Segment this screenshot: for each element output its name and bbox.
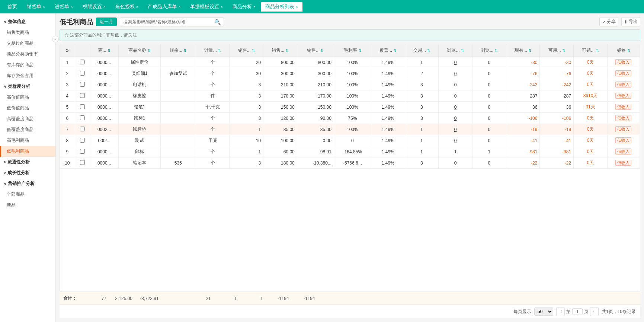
- close-tab-icon[interactable]: ×: [136, 5, 138, 9]
- header-actions: ↗ 分享 ⬆ 导出: [599, 17, 640, 26]
- share-button[interactable]: ↗ 分享: [599, 17, 618, 26]
- close-tab-icon[interactable]: ×: [43, 5, 45, 9]
- row-checkbox[interactable]: [80, 60, 85, 64]
- close-tab-icon[interactable]: ×: [296, 5, 298, 9]
- next-page-button[interactable]: 〉: [590, 307, 599, 316]
- col-header-sales_qty[interactable]: 销售... ⇅: [230, 44, 263, 57]
- row-checkbox[interactable]: [80, 127, 85, 131]
- col-header-coverage[interactable]: 覆盖... ⇅: [371, 44, 405, 57]
- period-button[interactable]: 近一月: [96, 17, 117, 26]
- views1-link[interactable]: 0: [454, 116, 457, 121]
- sidebar-section-3[interactable]: >成长性分析: [0, 168, 55, 178]
- page-title: 低毛利商品: [60, 17, 93, 26]
- export-button[interactable]: ⬆ 导出: [621, 17, 640, 26]
- sort-icon: ⇅: [183, 48, 186, 52]
- col-header-views2[interactable]: 浏览... ⇅: [472, 44, 506, 57]
- nav-item-进货单[interactable]: 进货单×: [50, 2, 77, 12]
- close-tab-icon[interactable]: ×: [253, 5, 256, 9]
- sidebar-item-低毛利商品[interactable]: 低毛利商品: [0, 146, 55, 157]
- row-checkbox[interactable]: [80, 82, 85, 87]
- views1-link[interactable]: 0: [454, 82, 457, 87]
- views1-link[interactable]: 0: [454, 127, 457, 132]
- sidebar-item-新品[interactable]: 新品: [0, 200, 55, 211]
- col-header-name[interactable]: 商品名称 ⇅: [119, 44, 160, 57]
- nav-item-商品分析[interactable]: 商品分析×: [228, 2, 260, 12]
- col-header-views1[interactable]: 浏览... ⇅: [439, 44, 472, 57]
- sidebar-item-销售类商品[interactable]: 销售类商品: [0, 27, 55, 38]
- prev-page-button[interactable]: 〈: [556, 307, 565, 316]
- sidebar-item-商品分类助销率[interactable]: 商品分类助销率: [0, 49, 55, 60]
- sidebar-item-高毛利商品[interactable]: 高毛利商品: [0, 135, 55, 146]
- sidebar-item-低覆盖度商品[interactable]: 低覆盖度商品: [0, 124, 55, 135]
- nav-item-角色授权[interactable]: 角色授权×: [111, 2, 143, 12]
- col-header-spec[interactable]: 规格... ⇅: [160, 44, 196, 57]
- views1-link[interactable]: 1: [454, 149, 457, 154]
- col-header-tag[interactable]: 标签 ⇅: [607, 44, 640, 57]
- sidebar-section-2[interactable]: >流通性分析: [0, 157, 55, 168]
- col-header-transactions[interactable]: 交易... ⇅: [405, 44, 439, 57]
- close-tab-icon[interactable]: ×: [178, 5, 180, 9]
- views1-link[interactable]: 0: [454, 105, 457, 110]
- table-cell-name: 鼠标1: [119, 113, 160, 124]
- sidebar-item-低价值商品[interactable]: 低价值商品: [0, 103, 55, 114]
- col-header-sales_amt[interactable]: 销售... ⇅: [263, 44, 297, 57]
- nav-item-商品分析列表[interactable]: 商品分析列表×: [261, 2, 302, 12]
- sidebar-section-4[interactable]: ∨营销推广分析: [0, 178, 55, 189]
- sidebar-item-高价值商品[interactable]: 高价值商品: [0, 92, 55, 103]
- sellable-days: 0天: [587, 115, 594, 121]
- table-row: 100000...笔记本535个3180.00-10,380...-5766.6…: [60, 157, 640, 169]
- footer-views2: 1: [241, 296, 267, 301]
- sidebar-item-交易过的商品[interactable]: 交易过的商品: [0, 38, 55, 49]
- table-cell-sales_qty: 10: [230, 135, 263, 146]
- sidebar-section-1[interactable]: ∨类群度分析: [0, 81, 55, 92]
- col-header-unit[interactable]: 计量... ⇅: [196, 44, 230, 57]
- close-tab-icon[interactable]: ×: [221, 5, 223, 9]
- row-checkbox[interactable]: [80, 104, 85, 109]
- row-checkbox[interactable]: [80, 160, 85, 165]
- nav-item-产成品入库单[interactable]: 产成品入库单×: [143, 2, 185, 12]
- sidebar-collapse-button[interactable]: «: [52, 36, 59, 42]
- table-cell-sales_cost: 800.00: [297, 57, 334, 68]
- views1-link[interactable]: 0: [454, 93, 457, 99]
- search-input[interactable]: [123, 19, 214, 25]
- views1-link[interactable]: 0: [454, 71, 457, 76]
- footer-views1: 1: [215, 296, 241, 301]
- notice-icon: ☆: [64, 32, 69, 38]
- sidebar-item-库存资金占用[interactable]: 库存资金占用: [0, 70, 55, 81]
- sort-icon: ⇅: [562, 48, 565, 52]
- sidebar-item-有库存的商品[interactable]: 有库存的商品: [0, 60, 55, 70]
- search-icon[interactable]: 🔍: [214, 19, 221, 25]
- nav-item-销货单[interactable]: 销货单×: [22, 2, 49, 12]
- current-page-display: 1: [572, 308, 583, 315]
- table-cell-settings: 5: [60, 102, 75, 113]
- sidebar-section-0[interactable]: ∨整体信息: [0, 16, 55, 27]
- views1-link[interactable]: 0: [454, 138, 457, 143]
- sidebar-item-全部商品[interactable]: 全部商品: [0, 189, 55, 200]
- nav-item-权限设置[interactable]: 权限设置×: [78, 2, 110, 12]
- row-checkbox[interactable]: [80, 138, 85, 143]
- col-header-code[interactable]: 商... ⇅: [90, 44, 119, 57]
- row-checkbox[interactable]: [80, 149, 85, 154]
- nav-item-单据模板设置[interactable]: 单据模板设置×: [186, 2, 227, 12]
- nav-item-首页[interactable]: 首页: [3, 2, 22, 12]
- views1-link[interactable]: 0: [454, 60, 457, 65]
- sidebar-item-高覆盖度商品[interactable]: 高覆盖度商品: [0, 114, 55, 124]
- row-checkbox[interactable]: [80, 93, 85, 98]
- notice-bar: ☆ 这部分商品的利润非常低，请关注: [60, 29, 640, 41]
- col-header-gross_margin[interactable]: 毛利率 ⇅: [334, 44, 371, 57]
- sort-icon: ⇅: [627, 48, 630, 52]
- row-checkbox[interactable]: [80, 115, 85, 120]
- col-header-sales_cost[interactable]: 销售... ⇅: [297, 44, 334, 57]
- views1-link[interactable]: 0: [454, 160, 457, 166]
- col-header-sellable_days[interactable]: 可销... ⇅: [574, 44, 608, 57]
- col-header-available[interactable]: 可用... ⇅: [540, 44, 574, 57]
- row-checkbox[interactable]: [80, 71, 85, 76]
- table-cell-transactions: 3: [405, 79, 439, 90]
- close-tab-icon[interactable]: ×: [71, 5, 73, 9]
- table-cell-current_stock: -22: [506, 157, 540, 169]
- col-header-current_stock[interactable]: 现有... ⇅: [506, 44, 540, 57]
- col-header-settings: ⚙: [60, 44, 75, 57]
- close-tab-icon[interactable]: ×: [103, 5, 106, 9]
- table-cell-spec: [160, 102, 196, 113]
- per-page-select[interactable]: 2050100: [534, 307, 553, 316]
